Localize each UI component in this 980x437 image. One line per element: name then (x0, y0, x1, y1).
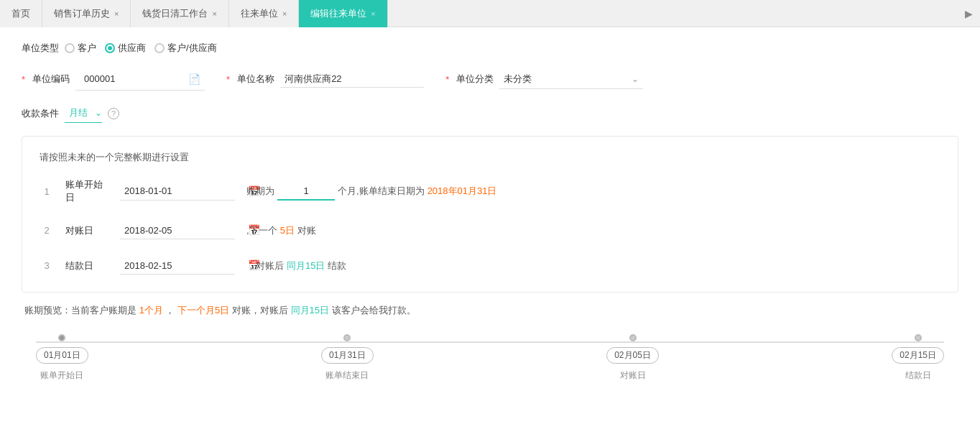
unit-code-input[interactable] (80, 70, 185, 87)
payment-select[interactable]: 月结 ⌄ (65, 104, 102, 123)
timeline-point-0: 01月01日 账单开始日 (36, 334, 88, 382)
unit-category-dropdown[interactable]: 未分类 ⌄ (499, 70, 643, 89)
unit-category-label: 单位分类 (456, 73, 494, 86)
timeline-dot-1 (343, 334, 351, 341)
period-prefix-2: ,下一个 (246, 224, 277, 237)
period-desc-1: 账期为 个月,账单结束日期为 2018年01月31日 (246, 183, 496, 201)
period-month-input[interactable] (277, 183, 335, 201)
period-highlight-2: 5日 (280, 224, 295, 237)
tab-edit-partner-label: 编辑往来单位 (310, 7, 366, 20)
preview-label: 账期预览：当前客户账期是 (24, 305, 137, 316)
period-row-1: 1 账单开始日 📅 账期为 个月,账单结束日期为 2018年01月31日 (40, 178, 940, 204)
unit-name-input[interactable] (280, 70, 424, 88)
payment-group: 收款条件 月结 ⌄ ? (22, 104, 119, 123)
tab-partner-label: 往来单位 (241, 7, 278, 20)
radio-both-label: 客户/供应商 (167, 42, 217, 55)
tab-bar: 首页 销售订单历史 × 钱货日清工作台 × 往来单位 × 编辑往来单位 × ▶ (0, 0, 980, 27)
timeline-points: 01月01日 账单开始日 01月31日 账单结束日 02月05日 对账日 02月… (36, 334, 944, 382)
payment-arrow: ⌄ (95, 108, 102, 118)
unit-code-required: * (22, 74, 25, 85)
period-date-1-wrapper: 📅 (120, 183, 235, 201)
unit-category-arrow: ⌄ (632, 74, 639, 84)
unit-name-group: * 单位名称 (226, 70, 424, 88)
unit-name-label: 单位名称 (237, 73, 274, 86)
unit-category-group: * 单位分类 未分类 ⌄ (445, 70, 643, 89)
timeline-badge-1: 01月31日 (321, 347, 374, 364)
tab-partner-close[interactable]: × (282, 9, 287, 18)
payment-help-icon[interactable]: ? (108, 108, 119, 119)
unit-code-input-wrapper: 📄 (75, 68, 205, 91)
tab-arrow[interactable]: ▶ (958, 8, 980, 19)
tab-home[interactable]: 首页 (0, 0, 42, 27)
radio-customer-label: 客户 (78, 42, 96, 55)
unit-code-group: * 单位编码 📄 (22, 68, 205, 91)
period-date-3-wrapper: 📅 (120, 257, 235, 275)
timeline-point-3: 02月15日 结款日 (892, 334, 944, 382)
timeline-sublabel-0: 账单开始日 (40, 369, 83, 382)
unit-type-label: 单位类型 (22, 42, 59, 55)
radio-supplier[interactable]: 供应商 (105, 42, 146, 55)
radio-supplier-label: 供应商 (118, 42, 146, 55)
timeline-dot-0 (58, 334, 65, 341)
period-suffix-before-1: 账期为 (246, 185, 274, 198)
preview-part3: 同月15日 (291, 305, 329, 316)
period-date-1[interactable] (124, 185, 245, 196)
unit-code-label: 单位编码 (32, 73, 70, 86)
timeline-container: 01月01日 账单开始日 01月31日 账单结束日 02月05日 对账日 02月… (22, 334, 958, 382)
timeline-badge-0: 01月01日 (36, 347, 88, 364)
period-row-3: 3 结款日 📅 ，对账后 同月15日 结款 (40, 257, 940, 275)
period-date-2-wrapper: 📅 (120, 221, 235, 239)
preview-text: 账期预览：当前客户账期是 1个月 ， 下一个月5日 对账，对账后 同月15日 该… (22, 304, 958, 317)
period-num-2: 2 (40, 225, 54, 236)
payment-row: 收款条件 月结 ⌄ ? (22, 104, 958, 123)
timeline-badge-3: 02月15日 (892, 347, 944, 364)
radio-customer-circle (65, 43, 75, 53)
period-highlight-3: 同月15日 (287, 259, 325, 272)
period-row-2: 2 对账日 📅 ,下一个 5日 对账 (40, 221, 940, 239)
preview-mid1: ， (165, 305, 175, 316)
unit-type-group: 单位类型 客户 供应商 客户/供应商 (22, 42, 217, 55)
tab-sales-history-label: 销售订单历史 (54, 7, 110, 20)
period-suffix-3: 结款 (328, 259, 346, 272)
main-content: 单位类型 客户 供应商 客户/供应商 * 单位编码 (0, 27, 980, 437)
period-suffix-1: 个月,账单结束日期为 (338, 185, 425, 198)
period-num-1: 1 (40, 186, 54, 197)
period-desc-2: ,下一个 5日 对账 (246, 224, 316, 237)
timeline-dot-2 (629, 334, 637, 341)
period-date-3[interactable] (124, 260, 245, 271)
timeline-point-2: 02月05日 对账日 (606, 334, 659, 382)
period-date-2[interactable] (124, 225, 245, 236)
tab-sales-history[interactable]: 销售订单历史 × (42, 0, 131, 27)
timeline-point-1: 01月31日 账单结束日 (321, 334, 374, 382)
timeline-sublabel-3: 结款日 (905, 369, 931, 382)
payment-value: 月结 (65, 104, 92, 122)
payment-label: 收款条件 (22, 107, 59, 120)
period-desc-3: ，对账后 同月15日 结款 (246, 259, 346, 272)
period-label-3: 结款日 (65, 259, 108, 272)
timeline-sublabel-2: 对账日 (620, 369, 646, 382)
unit-category-required: * (445, 74, 449, 85)
tab-cash-work[interactable]: 钱货日清工作台 × (131, 0, 228, 27)
radio-customer[interactable]: 客户 (65, 42, 96, 55)
tab-home-label: 首页 (11, 7, 30, 20)
period-suffix-2: 对账 (297, 224, 316, 237)
radio-group: 客户 供应商 客户/供应商 (65, 42, 217, 55)
radio-both-circle (154, 43, 165, 53)
radio-supplier-circle (105, 43, 115, 53)
tab-cash-work-label: 钱货日清工作台 (142, 7, 208, 20)
tab-sales-history-close[interactable]: × (114, 9, 119, 18)
tab-partner[interactable]: 往来单位 × (229, 0, 299, 27)
period-num-3: 3 (40, 260, 54, 271)
unit-info-row: * 单位编码 📄 * 单位名称 * 单位分类 未分类 ⌄ (22, 68, 958, 91)
unit-code-icon[interactable]: 📄 (188, 73, 200, 85)
tab-edit-partner[interactable]: 编辑往来单位 × (299, 0, 387, 27)
preview-end: 该客户会给我打款。 (332, 305, 416, 316)
period-title: 请按照未来的一个完整帐期进行设置 (40, 151, 940, 164)
tab-edit-partner-close[interactable]: × (371, 9, 375, 18)
period-box: 请按照未来的一个完整帐期进行设置 1 账单开始日 📅 账期为 个月,账单结束日期… (22, 136, 958, 293)
preview-part1: 1个月 (139, 305, 163, 316)
radio-both[interactable]: 客户/供应商 (154, 42, 217, 55)
tab-cash-work-close[interactable]: × (212, 9, 216, 18)
period-label-2: 对账日 (65, 224, 108, 237)
period-end-date-1: 2018年01月31日 (427, 185, 497, 198)
